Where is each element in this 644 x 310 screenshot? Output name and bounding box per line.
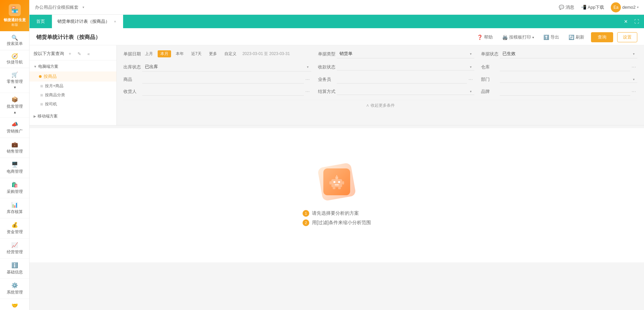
query-btn[interactable]: 查询 <box>591 32 613 42</box>
print-btn[interactable]: 🖨️ 按模板打印 ▾ <box>499 33 537 42</box>
filter-row-4: 收货人 ··· 结算方式 ▾ 品牌 ··· <box>123 88 637 96</box>
sidebar-item-purchase[interactable]: 🛍️ 采购管理 <box>0 178 29 198</box>
refresh-btn[interactable]: 🔄 刷新 <box>566 33 587 42</box>
step1-circle: 1 <box>303 210 309 217</box>
message-icon: 💬 <box>559 5 564 10</box>
app-sub: 标版 <box>3 22 26 27</box>
date-btn-more[interactable]: 更多 <box>206 50 220 57</box>
scheme-group-mobile: ▶ 移动端方案 <box>30 110 116 122</box>
filter-receiver-field: 收货人 ··· <box>123 88 311 96</box>
date-btn-7days[interactable]: 近7天 <box>189 50 204 57</box>
settlement-dropdown-icon: ▾ <box>470 90 472 93</box>
breadcrumb-dropdown-icon[interactable]: ▾ <box>83 5 84 9</box>
receiver-input[interactable] <box>142 88 304 96</box>
tab-fullscreen-btn[interactable]: ⛶ <box>632 17 641 26</box>
sidebar-item-operations[interactable]: 📈 经营管理 <box>0 239 29 259</box>
retail-icon: 🛒 <box>11 71 18 78</box>
sidebar: 🏪 畅捷通好生意 标版 🔍 搜索菜单 🧭 快捷导航 🛒 零售管理 ▼ 📦 批发管… <box>0 0 30 310</box>
doctype-select[interactable]: 销货单 ▾ <box>337 49 474 58</box>
expand-arrow-down-icon: ▼ <box>34 65 37 68</box>
outstatus-label: 出库状态 <box>123 64 142 70</box>
scheme-item-by-goods[interactable]: 按商品 <box>30 71 116 82</box>
sidebar-item-ecommerce[interactable]: 🖥️ 电商管理 <box>0 158 29 178</box>
page-title: 销货单统计计表（按商品） <box>36 34 101 41</box>
doctype-dropdown-icon: ▾ <box>470 52 472 56</box>
help-btn[interactable]: ❓ 帮助 <box>474 33 495 42</box>
brand-input[interactable] <box>500 88 630 96</box>
goods-dots-btn[interactable]: ··· <box>304 76 311 83</box>
print-icon: 🖨️ <box>502 35 508 40</box>
scheme-group-desktop-title[interactable]: ▼ 电脑端方案 <box>30 62 116 71</box>
brand-label: 品牌 <box>481 89 500 95</box>
tabbar-actions: ✕ ⛶ <box>619 17 644 26</box>
sidebar-item-sales[interactable]: 💼 销售管理 <box>0 138 29 158</box>
outstatus-select[interactable]: 已出库 ▾ <box>142 62 311 71</box>
user-dropdown-icon: ▾ <box>637 5 639 9</box>
app-logo[interactable]: 🏪 畅捷通好生意 标版 <box>0 0 29 31</box>
sidebar-item-retail[interactable]: 🛒 零售管理 ▼ <box>0 68 29 93</box>
expand-arrow-right-icon: ▶ <box>34 114 36 118</box>
settlement-select[interactable]: ▾ <box>337 88 474 95</box>
outstatus-value: 已出库 <box>145 64 306 70</box>
sidebar-item-quicknav[interactable]: 🧭 快捷导航 <box>0 50 29 68</box>
main-area: 办公用品行业模拟账套 ▾ 💬 消息 📲 App下载 Ea demo2 ▾ 首 <box>30 0 644 310</box>
add-scheme-btn[interactable]: ＋ <box>66 50 73 57</box>
chevron-up-icon: ▲ <box>13 110 17 114</box>
goods-input[interactable] <box>142 75 304 84</box>
docstatus-select[interactable]: 已生效 ▾ <box>500 49 637 58</box>
scheme-item-by-category[interactable]: ⊞ 按商品分类 <box>30 91 116 100</box>
sidebar-item-enterprise[interactable]: 🤝 企业协同 <box>0 299 29 310</box>
topbar-right: 💬 消息 📲 App下载 Ea demo2 ▾ <box>559 2 639 12</box>
user-menu[interactable]: Ea demo2 ▾ <box>611 2 639 12</box>
scheme-group-mobile-title[interactable]: ▶ 移动端方案 <box>30 111 116 121</box>
tab-minimize-btn[interactable]: ✕ <box>621 17 631 26</box>
warehouse-dots-btn[interactable]: ··· <box>630 64 637 70</box>
svg-rect-0 <box>331 179 342 187</box>
sales-icon: 💼 <box>11 141 18 148</box>
date-btn-custom[interactable]: 自定义 <box>222 50 239 57</box>
filter-warehouse-field: 仓库 ··· <box>481 63 637 71</box>
grid-icon: ⊞ <box>40 84 43 88</box>
empty-step-1: 1 请先选择要分析的方案 <box>303 210 371 217</box>
svg-rect-9 <box>338 187 341 189</box>
payment-select[interactable]: ▾ <box>337 64 474 70</box>
date-btn-last-month[interactable]: 上月 <box>142 50 156 57</box>
refresh-icon: 🔄 <box>569 35 574 40</box>
salesperson-input[interactable] <box>337 75 467 84</box>
export-btn[interactable]: ⬆️ 导出 <box>541 33 562 42</box>
settings-btn[interactable]: 设置 <box>617 32 637 42</box>
warehouse-input[interactable] <box>500 63 630 71</box>
filter-docstatus-field: 单据状态 已生效 ▾ <box>481 49 637 58</box>
department-select[interactable]: ▾ <box>500 76 637 83</box>
app-download-btn[interactable]: 📲 App下载 <box>581 4 604 10</box>
basic-icon: ℹ️ <box>11 262 18 268</box>
inventory-icon: 📊 <box>11 202 18 208</box>
scheme-item-by-driver[interactable]: ⊞ 按司机 <box>30 100 116 109</box>
tab-active[interactable]: 销货单统计计表（按商品） × <box>52 15 123 28</box>
edit-scheme-btn[interactable]: ✎ <box>75 50 83 57</box>
sidebar-item-search[interactable]: 🔍 搜索菜单 <box>0 31 29 50</box>
brand-dots-btn[interactable]: ··· <box>630 89 637 95</box>
sidebar-item-wholesale[interactable]: 📦 批发管理 ▲ <box>0 93 29 118</box>
salesperson-dots-btn[interactable]: ··· <box>467 76 474 83</box>
fullscreen-icon: ⛶ <box>634 19 639 24</box>
filter-settlement-field: 结算方式 ▾ <box>318 88 474 95</box>
sidebar-item-basic[interactable]: ℹ️ 基础信息 <box>0 259 29 279</box>
sidebar-item-finance[interactable]: 💰 资金管理 <box>0 218 29 239</box>
sidebar-item-marketing[interactable]: 📣 营销推广 <box>0 118 29 138</box>
sidebar-item-inventory[interactable]: 📊 库存核算 <box>0 198 29 218</box>
collapse-scheme-btn[interactable]: « <box>85 50 92 57</box>
filter-row-2: 出库状态 已出库 ▾ 收款状态 ▾ 仓库 <box>123 62 637 71</box>
receiver-dots-btn[interactable]: ··· <box>304 89 311 95</box>
scheme-item-by-month-goods[interactable]: ⊞ 按月+商品 <box>30 82 116 91</box>
tab-home[interactable]: 首页 <box>30 15 52 28</box>
tab-close-btn[interactable]: × <box>112 19 118 24</box>
date-btn-this-year[interactable]: 本年 <box>173 50 186 57</box>
collapse-bar[interactable]: ∧ 收起更多条件 <box>123 100 637 111</box>
date-btn-this-month[interactable]: 本月 <box>158 50 171 57</box>
page-header: 销货单统计计表（按商品） ❓ 帮助 🖨️ 按模板打印 ▾ ⬆️ 导出 🔄 刷 <box>30 28 644 45</box>
sidebar-item-system[interactable]: ⚙️ 系统管理 <box>0 279 29 299</box>
messages-btn[interactable]: 💬 消息 <box>559 4 574 10</box>
filter-brand-field: 品牌 ··· <box>481 88 637 96</box>
filter-doctype-field: 单据类型 销货单 ▾ <box>318 49 474 58</box>
